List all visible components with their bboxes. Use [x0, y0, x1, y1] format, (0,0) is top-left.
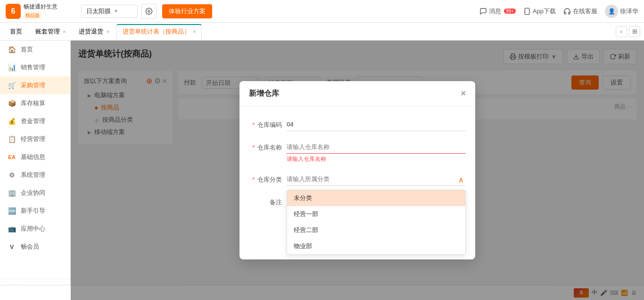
enterprise-icon: 🏢 [8, 189, 16, 197]
note-label: 备注 [249, 195, 287, 207]
tab-home[interactable]: 首页 [4, 24, 28, 39]
sidebar: 🏠 首页 📊 销售管理 🛒 采购管理 📦 库存核算 💰 资金管理 📋 经营管理 … [0, 41, 71, 300]
guide-icon: 🆕 [8, 207, 16, 215]
app-download-label: App下载 [533, 7, 556, 16]
sidebar-item-purchase[interactable]: 🛒 采购管理 [0, 76, 70, 94]
purchase-icon: 🛒 [8, 81, 16, 90]
sidebar-item-label: 采购管理 [21, 81, 45, 90]
name-label: * 仓库名称 [249, 141, 287, 152]
inventory-icon: 📦 [8, 99, 16, 108]
sidebar-item-label: 资金管理 [21, 117, 45, 125]
sidebar-item-home[interactable]: 🏠 首页 [0, 41, 70, 58]
logo-badge: 精品版 [24, 12, 41, 19]
trial-button[interactable]: 体验行业方案 [162, 4, 212, 18]
category-label-text: * 仓库分类 [249, 173, 287, 184]
category-dropdown-arrow[interactable]: ∧ [458, 175, 464, 184]
modal-overlay: 新增仓库 × * 仓库编码 [71, 41, 644, 300]
sidebar-item-basic[interactable]: EA 基础信息 [0, 148, 70, 166]
header-right: 消息 99+ App下载 在线客服 👤 徐泽华 [479, 5, 638, 18]
top-header: 6 畅捷通好生意 精品版 日太阳膜 ▼ 体验行业方案 消息 99+ App下载 … [0, 0, 644, 23]
modal-title: 新增仓库 [249, 89, 279, 99]
tab-returns[interactable]: 进货退货 × [73, 24, 115, 39]
svg-point-0 [148, 10, 150, 12]
tab-actions: ‹ ⊞ [616, 26, 640, 37]
gear-button[interactable] [141, 4, 157, 19]
tab-stats[interactable]: 进货单统计表（按商品） × [116, 24, 202, 39]
sidebar-item-enterprise[interactable]: 🏢 企业协同 [0, 184, 70, 202]
name-input[interactable] [287, 141, 466, 154]
category-input[interactable] [287, 173, 466, 186]
code-input[interactable] [287, 118, 466, 131]
user-item[interactable]: 👤 徐泽华 [605, 5, 638, 18]
required-star: * [252, 121, 255, 128]
required-star: * [252, 176, 255, 183]
sidebar-item-label: 基础信息 [21, 153, 45, 161]
tab-scroll-right[interactable]: ⊞ [629, 26, 640, 37]
tab-close-icon[interactable]: × [63, 29, 66, 34]
store-select[interactable]: 日太阳膜 ▼ [81, 5, 138, 18]
modal-header: 新增仓库 × [239, 81, 475, 107]
tab-accounts[interactable]: 账套管理 × [29, 24, 72, 39]
logo-area: 6 畅捷通好生意 精品版 [6, 3, 76, 19]
sidebar-item-label: 企业协同 [21, 189, 45, 197]
system-icon: ⚙ [8, 171, 16, 179]
appcenter-icon: 📺 [8, 225, 16, 233]
tab-close-icon[interactable]: × [106, 29, 109, 34]
modal-body: * 仓库编码 * 仓库名称 [239, 107, 475, 229]
vip-icon: V [8, 242, 16, 251]
online-service-item[interactable]: 在线客服 [563, 7, 597, 16]
required-star: * [252, 144, 255, 151]
sidebar-item-operations[interactable]: 📋 经营管理 [0, 130, 70, 148]
message-badge: 99+ [504, 8, 516, 14]
sidebar-item-label: 经营管理 [21, 135, 45, 143]
name-error-msg: 请输入仓库名称 [287, 155, 466, 163]
online-service-label: 在线客服 [573, 7, 597, 16]
basic-icon: EA [8, 153, 16, 161]
sidebar-item-guide[interactable]: 🆕 新手引导 [0, 202, 70, 220]
message-item[interactable]: 消息 99+ [479, 7, 516, 16]
form-row-category: * 仓库分类 ∧ 未分类 经营一部 经营二部 物业部 [249, 173, 466, 186]
operations-icon: 📋 [8, 135, 16, 143]
tab-close-icon[interactable]: × [193, 29, 196, 34]
dropdown-option-uncategorized[interactable]: 未分类 [287, 190, 465, 206]
sidebar-item-label: 库存核算 [21, 99, 45, 108]
modal-add-warehouse: 新增仓库 × * 仓库编码 [239, 81, 475, 259]
svg-rect-1 [525, 8, 529, 14]
main-layout: 🏠 首页 📊 销售管理 🛒 采购管理 📦 库存核算 💰 资金管理 📋 经营管理 … [0, 41, 644, 300]
sidebar-item-inventory[interactable]: 📦 库存核算 [0, 94, 70, 112]
tab-bar: 首页 账套管理 × 进货退货 × 进货单统计表（按商品） × ‹ ⊞ [0, 23, 644, 41]
username-label: 徐泽华 [620, 7, 638, 16]
modal-close-button[interactable]: × [461, 89, 466, 99]
logo-text: 畅捷通好生意 精品版 [24, 3, 58, 19]
sidebar-item-sales[interactable]: 📊 销售管理 [0, 58, 70, 76]
message-label: 消息 [489, 7, 501, 16]
sidebar-item-vip[interactable]: V 畅会员 [0, 238, 70, 256]
dropdown-option-dept2[interactable]: 经营二部 [287, 222, 465, 238]
dropdown-option-dept1[interactable]: 经营一部 [287, 206, 465, 222]
logo-icon: 6 [6, 4, 21, 19]
code-label: * 仓库编码 [249, 118, 287, 129]
sidebar-item-label: 系统管理 [21, 171, 45, 179]
sidebar-item-label: 首页 [21, 45, 33, 54]
home-icon: 🏠 [8, 45, 16, 54]
sidebar-item-label: 应用中心 [21, 225, 45, 233]
sidebar-item-appcenter[interactable]: 📺 应用中心 [0, 220, 70, 238]
store-name: 日太阳膜 [86, 7, 111, 16]
sidebar-item-system[interactable]: ⚙ 系统管理 [0, 166, 70, 184]
form-row-name: * 仓库名称 请输入仓库名称 [249, 141, 466, 163]
sidebar-item-label: 销售管理 [21, 63, 45, 72]
category-control: ∧ 未分类 经营一部 经营二部 物业部 [287, 173, 466, 186]
app-download-item[interactable]: App下载 [523, 7, 556, 16]
finance-icon: 💰 [8, 117, 16, 125]
category-dropdown: 未分类 经营一部 经营二部 物业部 [287, 190, 466, 255]
code-control [287, 118, 466, 131]
tab-scroll-left[interactable]: ‹ [616, 26, 627, 37]
avatar: 👤 [605, 5, 618, 18]
chevron-down-icon: ▼ [114, 8, 118, 14]
dropdown-option-property[interactable]: 物业部 [287, 238, 465, 254]
form-row-code: * 仓库编码 [249, 118, 466, 131]
sidebar-item-finance[interactable]: 💰 资金管理 [0, 112, 70, 130]
name-control: 请输入仓库名称 [287, 141, 466, 163]
sidebar-item-label: 新手引导 [21, 207, 45, 215]
sales-icon: 📊 [8, 63, 16, 72]
